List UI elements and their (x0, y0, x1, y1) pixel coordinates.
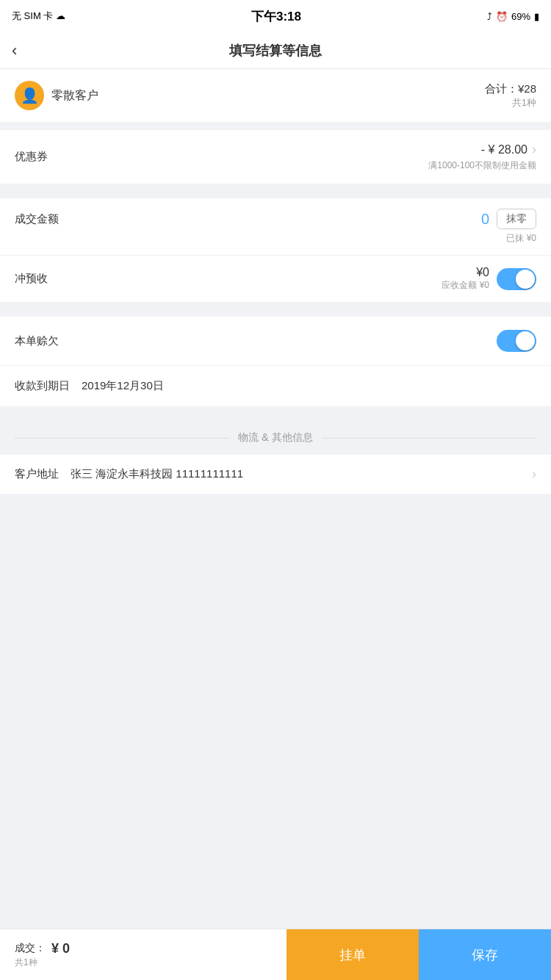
duedate-label: 收款到期日 (15, 379, 70, 393)
status-left: 无 SIM 卡 ☁ (12, 10, 65, 23)
transaction-subtext: 已抹 ¥0 (15, 232, 536, 245)
section-divider-2 (0, 309, 551, 317)
location-icon: ⤴ (487, 11, 492, 22)
status-right: ⤴ ⏰ 69% ▮ (487, 11, 539, 22)
customer-card: 👤 零散客户 合计：¥28 共1种 (0, 69, 551, 123)
alarm-icon: ⏰ (496, 11, 508, 22)
logistics-card: 物流 & 其他信息 客户地址 张三 海淀永丰科技园 11111111111 › (0, 421, 551, 494)
bottom-deal-amount: ¥ 0 (51, 941, 70, 956)
main-content: 👤 零散客户 合计：¥28 共1种 优惠券 - ¥ 28.00 › 满1000-… (0, 69, 551, 560)
amount-right: 0 抹零 (481, 209, 536, 229)
status-time: 下午3:18 (251, 8, 301, 25)
duedate-section: 收款到期日 2019年12月30日 (0, 366, 551, 406)
address-label: 客户地址 (15, 467, 59, 481)
coupon-label: 优惠券 (15, 150, 48, 164)
section-divider-3 (0, 414, 551, 421)
round-zero-button[interactable]: 抹零 (497, 209, 536, 229)
save-button[interactable]: 保存 (419, 929, 551, 981)
prepay-row: 冲预收 ¥0 应收金额 ¥0 (15, 266, 536, 292)
prepay-toggle[interactable] (497, 268, 536, 290)
section-divider-1 (0, 191, 551, 198)
debt-card: 本单赊欠 收款到期日 2019年12月30日 (0, 317, 551, 406)
customer-right: 合计：¥28 共1种 (485, 82, 536, 109)
customer-total: 合计：¥28 (485, 82, 536, 96)
status-bar: 无 SIM 卡 ☁ 下午3:18 ⤴ ⏰ 69% ▮ (0, 0, 551, 32)
logistics-label: 物流 & 其他信息 (238, 431, 312, 444)
coupon-discount: - ¥ 28.00 (481, 143, 527, 156)
address-chevron-icon: › (532, 466, 536, 482)
amount-row: 成交金额 0 抹零 (15, 209, 536, 229)
transaction-section: 成交金额 0 抹零 已抹 ¥0 (0, 198, 551, 256)
nav-bar: ‹ 填写结算等信息 (0, 32, 551, 69)
prepay-subtext: 应收金额 ¥0 (442, 279, 489, 292)
divider-line-right (322, 438, 536, 439)
battery-level: 69% (511, 11, 530, 22)
transaction-card: 成交金额 0 抹零 已抹 ¥0 冲预收 ¥0 应收金额 ¥0 (0, 198, 551, 302)
customer-count: 共1种 (485, 96, 536, 109)
hold-button[interactable]: 挂单 (287, 929, 419, 981)
avatar: 👤 (15, 81, 44, 110)
divider-line-left (15, 438, 229, 439)
customer-left: 👤 零散客户 (15, 81, 98, 110)
coupon-subtext: 满1000-100不限制使用金额 (428, 159, 536, 172)
bottom-count: 共1种 (15, 956, 272, 969)
transaction-value[interactable]: 0 (481, 211, 489, 228)
debt-label: 本单赊欠 (15, 334, 59, 348)
bottom-deal-label: 成交： (15, 942, 46, 955)
logistics-divider: 物流 & 其他信息 (0, 421, 551, 455)
address-value: 张三 海淀永丰科技园 11111111111 (71, 467, 532, 481)
prepay-amount-block: ¥0 应收金额 ¥0 (442, 266, 489, 292)
customer-row: 👤 零散客户 合计：¥28 共1种 (0, 69, 551, 123)
duedate-value[interactable]: 2019年12月30日 (82, 379, 164, 393)
debt-toggle[interactable] (497, 330, 536, 352)
coupon-right: - ¥ 28.00 › (481, 142, 536, 157)
back-button[interactable]: ‹ (12, 41, 17, 60)
prepay-right: ¥0 应收金额 ¥0 (442, 266, 536, 292)
page-title: 填写结算等信息 (229, 42, 322, 60)
prepay-label: 冲预收 (15, 272, 48, 286)
transaction-label: 成交金额 (15, 212, 59, 226)
address-section[interactable]: 客户地址 张三 海淀永丰科技园 11111111111 › (0, 455, 551, 494)
prepay-value: ¥0 (442, 266, 489, 279)
chevron-right-icon: › (532, 142, 536, 157)
avatar-icon: 👤 (21, 87, 39, 104)
debt-section: 本单赊欠 (0, 317, 551, 366)
prepay-section: 冲预收 ¥0 应收金额 ¥0 (0, 256, 551, 302)
customer-name: 零散客户 (51, 88, 98, 104)
coupon-card: 优惠券 - ¥ 28.00 › 满1000-100不限制使用金额 (0, 130, 551, 184)
battery-icon: ▮ (534, 11, 539, 22)
bottom-summary: 成交： ¥ 0 共1种 (0, 941, 287, 969)
sim-status: 无 SIM 卡 ☁ (12, 10, 65, 23)
bottom-deal-row: 成交： ¥ 0 (15, 941, 272, 956)
bottom-bar: 成交： ¥ 0 共1种 挂单 保存 (0, 929, 551, 980)
coupon-row[interactable]: 优惠券 - ¥ 28.00 › 满1000-100不限制使用金额 (0, 130, 551, 184)
